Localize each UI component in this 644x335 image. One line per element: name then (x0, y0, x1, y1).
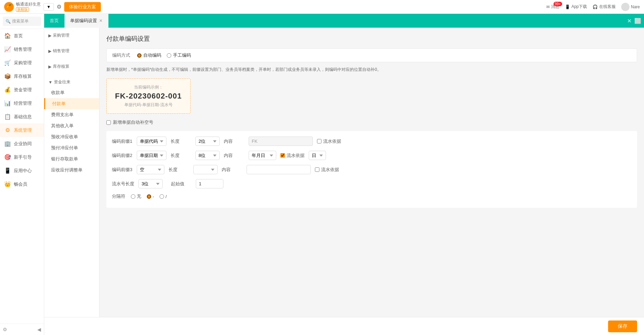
industry-btn[interactable]: 体验行业方案 (64, 2, 101, 12)
prefix3-length-select[interactable] (193, 165, 218, 174)
sec-group-purchase-title[interactable]: ▶ 采购管理 (44, 30, 99, 40)
prefix2-stream-period-select[interactable]: 日 月 年 (309, 151, 326, 160)
prefix3-content-input[interactable] (247, 165, 311, 174)
prefix3-stream-checkbox[interactable] (315, 167, 319, 172)
prefix1-select[interactable]: 单据代码 (137, 137, 166, 146)
message-btn[interactable]: ✉ 消息 99+ (546, 4, 559, 10)
footer-settings-btn[interactable]: ⚙ (3, 327, 7, 332)
tab-maximize-btn[interactable]: ⬜ (634, 18, 641, 24)
auto-fill-checkbox[interactable] (106, 120, 111, 125)
main-content: ▶ 采购管理 ▶ 销售管理 ▶ 库存核算 ▼ 资金往来 收款单 付款单 费用支出… (44, 28, 644, 335)
prefix1-stream-check: 流水依据 (317, 138, 341, 145)
sidebar-item-home[interactable]: 🏠 首页 (0, 29, 44, 43)
save-button[interactable]: 保存 (608, 320, 637, 332)
prefix2-length-select[interactable]: 8位 (195, 151, 220, 160)
prefix1-length-label: 长度 (171, 138, 191, 145)
avatar (621, 3, 629, 11)
online-service-btn[interactable]: 🎧 在线客服 (593, 4, 616, 10)
manual-encode-radio[interactable]: 手工编码 (167, 52, 191, 58)
basic-icon: 📋 (4, 113, 11, 120)
appcenter-icon: 📱 (4, 167, 11, 174)
prefix2-stream-label: 流水依据 (287, 152, 305, 159)
encode-type-radio-group: 自动编码 手工编码 (137, 52, 191, 58)
prefix1-stream-checkbox[interactable] (317, 139, 321, 143)
app-download-btn[interactable]: 📱 App下载 (565, 4, 587, 10)
sec-item-payment[interactable]: 付款单 (44, 98, 99, 109)
workspace-dropdown[interactable]: ▼ (44, 3, 54, 11)
sidebar-item-system[interactable]: ⚙ 系统管理 (0, 123, 44, 137)
tab-home[interactable]: 首页 (44, 14, 65, 28)
prefix2-content-label: 内容 (224, 152, 244, 159)
serial-start-input[interactable] (196, 179, 223, 188)
message-badge: 99+ (554, 2, 562, 6)
sidebar-item-member[interactable]: 👑 畅会员 (0, 177, 44, 191)
sidebar-item-operation[interactable]: 📊 经营管理 (0, 96, 44, 110)
tab-close-icon[interactable]: ✕ (99, 18, 103, 23)
sec-item-expense[interactable]: 费用支出单 (44, 109, 99, 120)
sec-group-finance-title[interactable]: ▼ 资金往来 (44, 77, 99, 87)
sidebar-search[interactable]: 🔍 搜索菜单 (0, 14, 44, 29)
prefix1-length-select[interactable]: 2位 (195, 137, 220, 146)
chevron-down-icon-finance: ▼ (48, 80, 52, 85)
sidebar-item-inventory[interactable]: 📦 库存核算 (0, 69, 44, 83)
sidebar-item-appcenter[interactable]: 📱 应用中心 (0, 164, 44, 177)
chevron-right-icon-sales: ▶ (48, 49, 51, 54)
prefix3-label: 编码前缀3 (112, 167, 133, 173)
sep-dash-input[interactable] (147, 194, 151, 199)
inventory-icon: 📦 (4, 73, 11, 80)
member-icon: 👑 (4, 181, 11, 187)
bottom-bar: 保存 (44, 317, 644, 335)
sidebar-item-purchase[interactable]: 🛒 采购管理 (0, 56, 44, 69)
top-bar-right: ✉ 消息 99+ 📱 App下载 🎧 在线客服 Nare (546, 3, 640, 11)
sep-dash-radio[interactable]: - (147, 194, 154, 199)
sec-item-bank[interactable]: 银行存取款单 (44, 153, 99, 165)
preview-box: 当前编码示例： FK-20230602-001 单据代码-单据日期-流水号 (106, 78, 191, 114)
manual-encode-input[interactable] (167, 53, 171, 58)
search-menu-btn[interactable]: 🔍 搜索菜单 (3, 17, 41, 26)
home-icon: 🏠 (4, 32, 11, 39)
settings-gear-icon[interactable]: ⚙ (57, 3, 61, 10)
sec-group-sales-title[interactable]: ▶ 销售管理 (44, 46, 99, 56)
sec-item-receipt[interactable]: 收款单 (44, 87, 99, 98)
tab-minimize-btn[interactable]: ✕ (627, 18, 632, 24)
prefix1-content-input (249, 137, 313, 146)
serial-length-label: 流水号长度 (112, 181, 134, 187)
tab-encode[interactable]: 单据编码设置 ✕ (65, 14, 108, 28)
auto-encode-radio[interactable]: 自动编码 (137, 52, 161, 58)
sec-group-inventory-title[interactable]: ▶ 库存核算 (44, 62, 99, 72)
sec-item-ar-ap-adjust[interactable]: 应收应付调整单 (44, 165, 99, 176)
sidebar-nav: 🏠 首页 📈 销售管理 🛒 采购管理 📦 库存核算 💰 资金管理 📊 经营管理 … (0, 29, 44, 324)
sidebar-footer: ⚙ ◀ (0, 324, 44, 335)
prefix2-content-select[interactable]: 年月日 (249, 151, 276, 160)
sidebar-item-newbie[interactable]: 🎯 新手引导 (0, 150, 44, 164)
sec-group-finance: ▼ 资金往来 收款单 付款单 费用支出单 其他收入单 预收冲应收单 预付冲应付单… (44, 74, 99, 178)
sep-none-input[interactable] (131, 194, 135, 199)
sidebar-item-enterprise[interactable]: 🏢 企业协同 (0, 137, 44, 150)
sep-none-radio[interactable]: 无 (131, 193, 141, 199)
sidebar-item-sales[interactable]: 📈 销售管理 (0, 43, 44, 56)
prefix1-label: 编码前缀1 (112, 138, 133, 145)
prefix3-select[interactable]: 空 (137, 165, 164, 174)
prefix2-select[interactable]: 单据日期 (137, 151, 166, 160)
sec-item-other-income[interactable]: 其他收入单 (44, 120, 99, 131)
search-icon: 🔍 (6, 19, 11, 24)
serial-length-select[interactable]: 3位 (138, 179, 163, 188)
auto-encode-input[interactable] (137, 53, 142, 58)
sec-item-advance-receivable[interactable]: 预收冲应收单 (44, 131, 99, 142)
preview-label: 当前编码示例： (115, 84, 182, 90)
sidebar-item-basic[interactable]: 📋 基础信息 (0, 110, 44, 123)
encode-type-label: 编码方式 (112, 52, 130, 58)
notice-text: 新增单据时，*单据编码*自动生成，不可编辑，前缀设置为部门、业务员等档案类，开单… (106, 66, 637, 73)
prefix2-stream-checkbox[interactable] (280, 153, 285, 158)
preview-code: FK-20230602-001 (115, 92, 182, 101)
sidebar-item-finance[interactable]: 💰 资金管理 (0, 83, 44, 96)
sep-slash-input[interactable] (160, 194, 164, 199)
user-menu[interactable]: Nare (621, 3, 640, 11)
serial-row: 流水号长度 3位 起始值 (112, 179, 632, 188)
footer-collapse-btn[interactable]: ◀ (37, 327, 41, 332)
sep-slash-radio[interactable]: / (160, 194, 167, 199)
separator-label: 分隔符 (112, 193, 125, 199)
sec-item-advance-payable[interactable]: 预付冲应付单 (44, 142, 99, 153)
content-area: 付款单编码设置 编码方式 自动编码 手工编码 新增单据时，*单据编码*自动生成，… (99, 28, 644, 335)
top-bar-controls: ▼ ⚙ 体验行业方案 (44, 2, 101, 12)
